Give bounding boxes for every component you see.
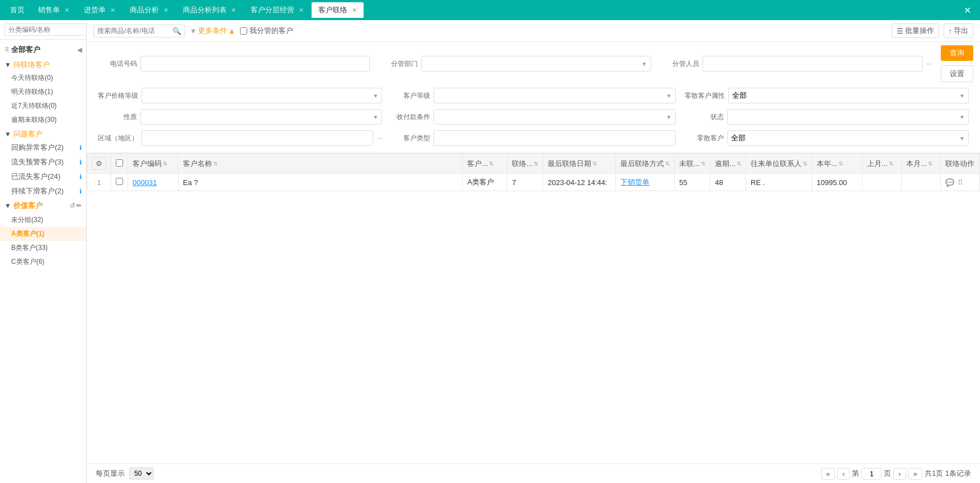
pending-contact-group: ▼ 待联络客户: [0, 58, 86, 71]
sidebar-item-class-a[interactable]: A类客户(1): [0, 227, 86, 241]
phone-input[interactable]: [140, 56, 370, 72]
retail-attr-select[interactable]: 全部 ▼: [728, 88, 969, 103]
sidebar-item-declining-customers[interactable]: 持续下滑客户(2) ℹ: [0, 184, 86, 198]
tab-product-analysis[interactable]: 商品分析 ✕: [123, 2, 175, 18]
value-customers-group-row: ▼ 价值客户 ↺ ✏: [0, 198, 86, 213]
tab-sales[interactable]: 销售单 ✕: [31, 2, 76, 18]
customer-code-link[interactable]: 000031: [133, 178, 157, 187]
sidebar-item-ungroup[interactable]: 未分组(32): [0, 213, 86, 227]
info-icon-2[interactable]: ℹ: [79, 173, 82, 181]
sidebar-item-repurchase-abnormal[interactable]: 回购异常客户(2) ℹ: [0, 140, 86, 155]
customer-grade-select[interactable]: ▼: [434, 88, 675, 103]
th-last-month[interactable]: 上月...⇅: [863, 154, 902, 174]
person-input[interactable]: [703, 56, 923, 72]
search-icon[interactable]: 🔍: [172, 27, 181, 35]
th-last-method[interactable]: 最后联络方式⇅: [616, 154, 675, 174]
person-dots[interactable]: ···: [926, 60, 932, 68]
sidebar-item-week-contact[interactable]: 近7天待联络(0): [0, 99, 86, 113]
my-customers-checkbox[interactable]: [240, 27, 247, 35]
th-year-amount[interactable]: 本年...⇅: [812, 154, 863, 174]
customer-type-input[interactable]: [434, 130, 675, 146]
all-customers-header[interactable]: ⠿ 全部客户 ◀: [0, 42, 86, 58]
nature-select[interactable]: ▼: [140, 109, 382, 125]
sort-icon-last-date: ⇅: [592, 160, 597, 167]
th-this-month[interactable]: 本月...⇅: [902, 154, 941, 174]
status-label: 状态: [685, 112, 724, 122]
price-grade-select[interactable]: ▼: [142, 88, 382, 103]
query-btn[interactable]: 查询: [941, 45, 973, 61]
next-page-btn[interactable]: ›: [893, 468, 906, 480]
th-overdue[interactable]: 逾期...⇅: [710, 154, 746, 174]
window-close-btn[interactable]: ✕: [959, 5, 976, 16]
sidebar-search-input[interactable]: [4, 23, 87, 36]
action-icon-1[interactable]: 💬: [945, 178, 954, 187]
info-icon-3[interactable]: ℹ: [79, 188, 82, 195]
retail-customer-label: 零散客户: [685, 134, 724, 143]
info-icon-0[interactable]: ℹ: [79, 144, 82, 151]
sidebar-item-overdue-contact[interactable]: 逾期未联络(30): [0, 113, 86, 127]
th-no-contact[interactable]: 未联...⇅: [675, 154, 710, 174]
first-page-btn[interactable]: «: [821, 468, 835, 480]
dept-select[interactable]: ▼: [421, 56, 651, 72]
th-last-date[interactable]: 最后联络日期⇅: [543, 154, 616, 174]
sidebar-item-today-contact[interactable]: 今天待联络(0): [0, 71, 86, 85]
table-wrapper: ⚙ 客户编码⇅ 客户名称⇅ 客户...⇅: [87, 153, 980, 463]
settings-btn[interactable]: 设置: [941, 65, 973, 82]
prev-page-btn[interactable]: ‹: [837, 468, 850, 480]
th-contact-count[interactable]: 联络...⇅: [507, 154, 543, 174]
refresh-icon[interactable]: ↺: [69, 202, 75, 210]
tab-customer-segment[interactable]: 客户分层经营 ✕: [244, 2, 310, 18]
th-name[interactable]: 客户名称⇅: [178, 154, 463, 174]
export-btn[interactable]: ↑ 导出: [944, 23, 974, 38]
sidebar-collapse-btn[interactable]: ◀: [77, 46, 82, 54]
more-conditions-btn[interactable]: ▼ 更多条件 ▲: [190, 26, 235, 36]
row-checkbox[interactable]: [116, 178, 123, 185]
th-code[interactable]: 客户编码⇅: [128, 154, 178, 174]
info-icon-1[interactable]: ℹ: [79, 159, 82, 166]
edit-value-group-icon[interactable]: ✏: [76, 202, 82, 210]
sidebar-item-class-c[interactable]: C类客户(6): [0, 255, 86, 269]
action-icon-2[interactable]: ⠿: [958, 178, 963, 187]
status-select[interactable]: ▼: [727, 109, 969, 125]
last-method-link[interactable]: 下销货单: [620, 178, 649, 186]
filter-customer-grade: 客户等级 ▼: [387, 88, 680, 103]
sidebar-item-loss-warning[interactable]: 流失预警客户(3) ℹ: [0, 155, 86, 169]
close-customer-segment-tab[interactable]: ✕: [299, 7, 304, 14]
my-customers-checkbox-label[interactable]: 我分管的客户: [240, 26, 293, 36]
close-product-analysis-tab[interactable]: ✕: [163, 7, 168, 14]
sort-icon-contact-person: ⇅: [803, 160, 807, 167]
th-gear: ⚙: [87, 154, 111, 174]
cell-name: Ea ?: [178, 174, 463, 191]
tab-product-list[interactable]: 商品分析列表 ✕: [176, 2, 243, 18]
cell-checkbox: [111, 174, 128, 191]
close-sales-tab[interactable]: ✕: [64, 7, 69, 14]
close-product-list-tab[interactable]: ✕: [231, 7, 236, 14]
region-input[interactable]: [142, 130, 373, 146]
gear-settings-btn[interactable]: ⚙: [92, 157, 106, 170]
top-nav: 首页 销售单 ✕ 进货单 ✕ 商品分析 ✕ 商品分析列表 ✕ 客户分层经营 ✕ …: [0, 0, 980, 20]
page-number-input[interactable]: [861, 468, 882, 480]
content-area: 🔍 ▼ 更多条件 ▲ 我分管的客户 ☰ 批量操作 ↑ 导出: [87, 20, 980, 483]
close-purchase-tab[interactable]: ✕: [110, 7, 115, 14]
tab-purchase[interactable]: 进货单 ✕: [77, 2, 122, 18]
batch-ops-btn[interactable]: ☰ 批量操作: [892, 23, 939, 38]
cell-code: 000031: [128, 174, 178, 191]
close-customer-contact-tab[interactable]: ✕: [352, 7, 357, 14]
per-page-select[interactable]: 50: [129, 467, 154, 480]
sidebar-item-tomorrow-contact[interactable]: 明天待联络(1): [0, 85, 86, 99]
payment-label: 收付款条件: [391, 112, 430, 122]
last-page-btn[interactable]: »: [908, 468, 922, 480]
grid-icon: ⠿: [4, 46, 9, 54]
payment-select[interactable]: ▼: [434, 109, 675, 125]
filter-status: 状态 ▼: [680, 109, 973, 125]
th-contact-person[interactable]: 往来单位联系人⇅: [746, 154, 812, 174]
home-tab[interactable]: 首页: [4, 5, 30, 15]
th-grade[interactable]: 客户...⇅: [463, 154, 507, 174]
sidebar-item-lost-customers[interactable]: 已流失客户(24) ℹ: [0, 169, 86, 184]
select-all-checkbox[interactable]: [116, 159, 123, 167]
search-input[interactable]: [97, 27, 170, 35]
sidebar-item-class-b[interactable]: B类客户(33): [0, 241, 86, 255]
region-dots[interactable]: ···: [376, 134, 382, 142]
tab-customer-contact[interactable]: 客户联络 ✕: [312, 2, 364, 18]
retail-customer-select[interactable]: 全部 ▼: [727, 130, 969, 146]
